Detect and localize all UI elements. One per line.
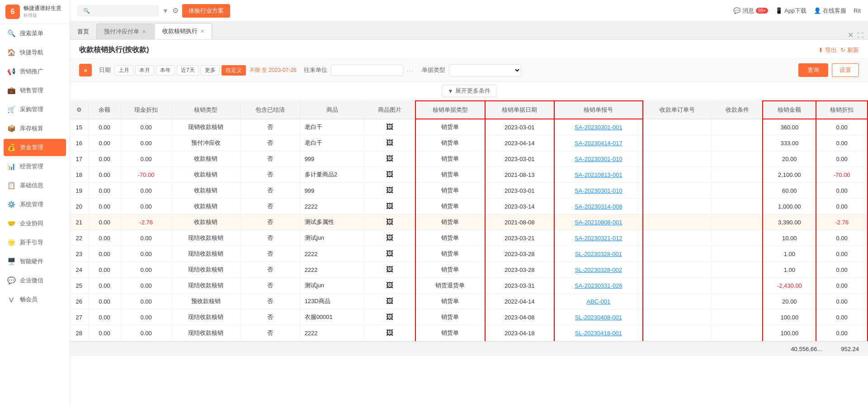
sidebar-item-purchase[interactable]: 🛒 采购管理 (0, 100, 70, 119)
expand-conditions-button[interactable]: ▼ 展开更多条件 (442, 85, 496, 97)
tab-collection-close[interactable]: ✕ (200, 29, 204, 34)
app-download-button[interactable]: 📱 App下载 (775, 7, 807, 15)
cell-include-settled: 否 (240, 183, 300, 199)
cell-cancel-bill-no[interactable]: SA-20230301-001 (554, 119, 643, 135)
cell-cancel-type: 现结收款核销 (171, 278, 240, 294)
filter-right-actions: 查询 设置 (798, 63, 859, 77)
sidebar-item-business[interactable]: 📊 经营管理 (0, 157, 70, 176)
cell-cancel-bill-no[interactable]: SA-20230301-010 (554, 151, 643, 167)
sidebar-item-search[interactable]: 🔍 搜索菜单 (0, 24, 70, 43)
cell-collection-condition (712, 183, 763, 199)
cell-cancel-amount: 100.00 (763, 325, 816, 341)
cell-id: 25 (70, 278, 88, 294)
app-download-label: App下载 (784, 7, 807, 15)
cell-cancel-bill-no[interactable]: SA-20230331-026 (554, 278, 643, 294)
cell-cancel-type: 现结收款核销 (171, 230, 240, 246)
online-service-button[interactable]: 👤 在线客服 (814, 7, 846, 15)
cell-cancel-bill-no[interactable]: ABC-001 (554, 294, 643, 309)
cell-id: 15 (70, 119, 88, 135)
voucher-type-select[interactable] (449, 64, 521, 76)
sidebar-item-hardware[interactable]: 🖥️ 智能硬件 (0, 252, 70, 271)
user-menu[interactable]: Rit (854, 7, 861, 14)
sidebar-item-system[interactable]: ⚙️ 系统管理 (0, 195, 70, 214)
maximize-icon[interactable]: ⛶ (857, 32, 863, 39)
cell-cancel-discount: -2.76 (816, 214, 868, 230)
sidebar: 6 畅捷通谱好生意 标维版 🔍 搜索菜单 🏠 快捷导航 📢 营销推广 💼 销售管… (0, 0, 70, 404)
export-button[interactable]: ⬆ 导出 (818, 46, 837, 54)
cell-cancel-bill-no[interactable]: SL-20230418-001 (554, 325, 643, 341)
sidebar-item-inventory[interactable]: 📦 库存核算 (0, 119, 70, 138)
message-button[interactable]: 💬 消息 99+ (733, 7, 768, 15)
cell-cancel-bill-no[interactable]: SL-20230328-001 (554, 246, 643, 262)
date-buttons: 上月 本月 本年 近7天 更多 自定义 (114, 65, 246, 76)
cell-cancel-discount: 0.00 (816, 309, 868, 325)
cell-cancel-bill-no[interactable]: SA-20210808-001 (554, 214, 643, 230)
cell-collection-condition (712, 246, 763, 262)
sidebar-item-sales[interactable]: 💼 销售管理 (0, 81, 70, 100)
tab-collection[interactable]: 收款核销执行 ✕ (155, 23, 212, 39)
cell-id: 21 (70, 214, 88, 230)
cell-cash-discount: 0.00 (121, 119, 171, 135)
sidebar-item-quicknav[interactable]: 🏠 快捷导航 (0, 43, 70, 62)
cell-cancel-discount: 0.00 (816, 294, 868, 309)
chevron-down-icon[interactable]: ▼ (162, 7, 169, 14)
cell-balance: 0.00 (88, 183, 121, 199)
cell-cancel-bill-no[interactable]: SA-20230314-008 (554, 199, 643, 214)
cell-cancel-bill-no[interactable]: SA-20210813-001 (554, 167, 643, 183)
cell-cancel-amount: 360.00 (763, 119, 816, 135)
cell-cancel-bill-no[interactable]: SA-20230321-012 (554, 230, 643, 246)
settings-icon[interactable]: ⚙ (172, 6, 179, 15)
tab-prepay-close[interactable]: ✕ (142, 29, 146, 35)
date-btn-this-year[interactable]: 本年 (156, 65, 175, 76)
cell-include-settled: 否 (240, 214, 300, 230)
filter-settings-button[interactable]: 设置 (832, 63, 859, 77)
cell-collection-order-no (643, 294, 712, 309)
tab-prepay[interactable]: 预付冲应付单 ✕ (96, 24, 154, 39)
cell-product: 999 (300, 151, 364, 167)
inventory-icon: 📦 (7, 124, 15, 133)
online-service-label: 在线客服 (823, 7, 846, 15)
topbar-right: 💬 消息 99+ 📱 App下载 👤 在线客服 Rit (733, 7, 861, 15)
cell-cancel-bill-no[interactable]: SL-20230328-002 (554, 262, 643, 278)
sidebar-item-marketing[interactable]: 📢 营销推广 (0, 62, 70, 81)
refresh-button[interactable]: ↻ 刷新 (840, 46, 859, 54)
cell-include-settled: 否 (240, 294, 300, 309)
cell-cancel-discount: 0.00 (816, 278, 868, 294)
app-badge: 标维版 (24, 12, 61, 19)
table-row: 20 0.00 0.00 收款核销 否 2222 🖼 销货单 2023-03-1… (70, 199, 868, 214)
tab-home[interactable]: 首页 (70, 24, 96, 39)
service-icon: 👤 (814, 7, 821, 14)
date-btn-7days[interactable]: 近7天 (177, 65, 199, 76)
date-btn-more[interactable]: 更多 (201, 65, 220, 76)
cell-cash-discount: 0.00 (121, 309, 171, 325)
industry-solution-button[interactable]: 体验行业方案 (182, 4, 230, 18)
sidebar-item-enterprise[interactable]: 🤝 企业协同 (0, 214, 70, 233)
cell-cancel-bill-type: 销货单 (415, 294, 485, 309)
counterpart-label: 往来单位 (304, 66, 327, 74)
cell-balance: 0.00 (88, 294, 121, 309)
th-gear[interactable]: ⚙ (70, 101, 88, 119)
sidebar-item-guide[interactable]: 🌟 新手引导 (0, 233, 70, 252)
cell-cancel-bill-no[interactable]: SA-20230301-010 (554, 183, 643, 199)
cell-cancel-amount: 1.00 (763, 262, 816, 278)
cell-cancel-bill-no[interactable]: SL-20230408-001 (554, 309, 643, 325)
sidebar-item-base[interactable]: 📋 基础信息 (0, 176, 70, 195)
date-btn-last-month[interactable]: 上月 (114, 65, 133, 76)
table-row: 25 0.00 0.00 现结收款核销 否 测试jun 🖼 销货退货单 2023… (70, 278, 868, 294)
sidebar-item-wechat[interactable]: 💬 企业微信 (0, 271, 70, 290)
filter-expand-button[interactable]: » (79, 64, 92, 76)
cell-cash-discount: 0.00 (121, 262, 171, 278)
cell-product: 123D商品 (300, 294, 364, 309)
cancel-discount-total: 952.24 (841, 346, 859, 352)
topbar-search[interactable]: 🔍 (77, 5, 159, 16)
close-window-icon[interactable]: ✕ (848, 31, 854, 39)
date-btn-custom[interactable]: 自定义 (222, 65, 246, 76)
date-btn-this-month[interactable]: 本月 (135, 65, 154, 76)
counterpart-input[interactable] (331, 65, 403, 76)
cell-collection-condition (712, 214, 763, 230)
sidebar-item-member[interactable]: V 畅会员 (0, 290, 70, 309)
query-button[interactable]: 查询 (798, 63, 828, 77)
sidebar-item-finance[interactable]: 💰 资金管理 (4, 139, 66, 156)
th-cancel-discount: 核销折扣 (816, 101, 868, 119)
cell-cancel-bill-no[interactable]: SA-20230414-017 (554, 135, 643, 151)
